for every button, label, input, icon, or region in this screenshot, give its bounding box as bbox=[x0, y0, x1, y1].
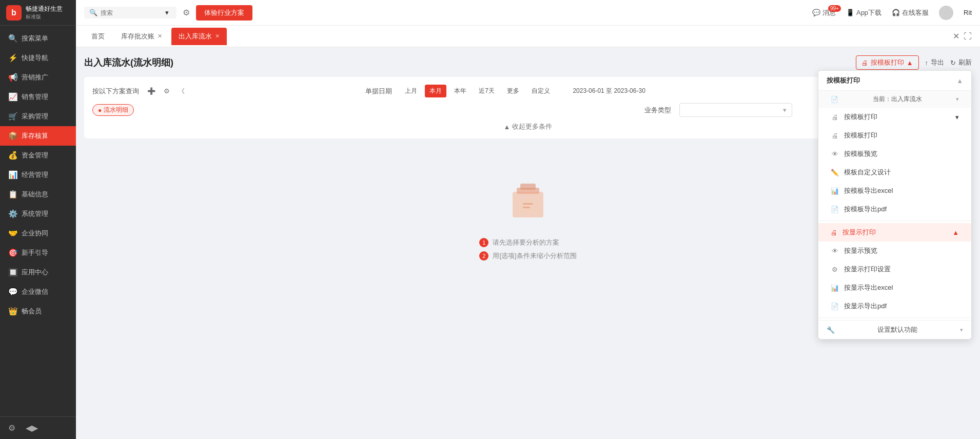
collapse-left-icon[interactable]: 《 bbox=[178, 87, 185, 96]
dropdown-template-item-1[interactable]: 👁按模板预览 bbox=[818, 145, 971, 163]
nav-icon-inventory: 📦 bbox=[8, 131, 17, 141]
sidebar-nav: 🔍搜索菜单⚡快捷导航📢营销推广📈销售管理🛒采购管理📦库存核算💰资金管理📊经营管理… bbox=[0, 26, 76, 416]
sidebar-item-finance[interactable]: 💰资金管理 bbox=[0, 146, 76, 165]
dropdown-display-item-1[interactable]: ⚙按显示打印设置 bbox=[818, 260, 971, 278]
online-service-btn[interactable]: 🎧 在线客服 bbox=[892, 8, 929, 17]
settings-filter-icon[interactable]: ⚙ bbox=[164, 87, 170, 95]
dropdown-display-item-3[interactable]: 📄按显示导出pdf bbox=[818, 297, 971, 315]
tab-close-flow[interactable]: ✕ bbox=[215, 33, 220, 39]
message-badge: 99+ bbox=[828, 5, 841, 12]
dropdown-display-item-2[interactable]: 📊按显示导出excel bbox=[818, 278, 971, 297]
business-type-dropdown-icon: ▾ bbox=[783, 106, 787, 114]
content-area: 出入库流水(流水明细) 🖨 按模板打印 ▲ ↑ 导出 ↻ 刷新 bbox=[76, 47, 980, 439]
dropdown-current-label: 📄 当前：出入库流水 ▾ bbox=[818, 91, 971, 108]
step1-num: 1 bbox=[479, 238, 488, 247]
app-logo-icon: b bbox=[6, 5, 22, 21]
template-item-icon-3: 📊 bbox=[831, 187, 839, 195]
date-label: 单据日期 bbox=[365, 87, 392, 96]
collapse-sidebar-icon[interactable]: ◀▶ bbox=[26, 423, 38, 433]
date-btn-0[interactable]: 上月 bbox=[400, 85, 422, 97]
settings-default-icon: 🔧 bbox=[827, 326, 835, 334]
dropdown-display-item-0[interactable]: 👁按显示预览 bbox=[818, 242, 971, 260]
date-btn-3[interactable]: 近7天 bbox=[474, 85, 499, 97]
date-range: 2023-06-01 至 2023-06-30 bbox=[573, 87, 645, 95]
sidebar-item-marketing[interactable]: 📢营销推广 bbox=[0, 68, 76, 87]
sidebar-item-members[interactable]: 👑畅会员 bbox=[0, 302, 76, 321]
display-print-section-icon: 🖨 bbox=[831, 229, 837, 236]
svg-rect-5 bbox=[523, 207, 530, 208]
sidebar-item-purchase[interactable]: 🛒采购管理 bbox=[0, 107, 76, 126]
dropdown-display-section-header: 🖨 按显示打印 ▲ bbox=[818, 223, 971, 242]
tab-flow[interactable]: 出入库流水✕ bbox=[171, 28, 227, 45]
sidebar-item-collab[interactable]: 🤝企业协同 bbox=[0, 224, 76, 243]
dropdown-template-item-3[interactable]: 📊按模板导出excel bbox=[818, 182, 971, 200]
step2-num: 2 bbox=[479, 251, 488, 261]
sidebar-item-basic[interactable]: 📋基础信息 bbox=[0, 185, 76, 204]
dropdown-footer-btn[interactable]: 🔧 设置默认功能 ▾ bbox=[818, 320, 971, 339]
export-btn[interactable]: ↑ 导出 bbox=[925, 58, 945, 67]
sidebar-item-system[interactable]: ⚙️系统管理 bbox=[0, 204, 76, 224]
nav-icon-purchase: 🛒 bbox=[8, 112, 17, 121]
refresh-btn[interactable]: ↻ 刷新 bbox=[950, 58, 972, 67]
industry-btn[interactable]: 体验行业方案 bbox=[196, 5, 252, 21]
topbar-gear-icon[interactable]: ⚙ bbox=[183, 8, 190, 17]
sidebar-item-sales[interactable]: 📈销售管理 bbox=[0, 87, 76, 107]
empty-illustration bbox=[502, 176, 554, 228]
nav-label-basic: 基础信息 bbox=[22, 190, 48, 199]
nav-label-guide: 新手引导 bbox=[22, 248, 48, 257]
expand-tab-icon[interactable]: ⛶ bbox=[964, 32, 972, 41]
nav-label-quick-nav: 快捷导航 bbox=[22, 53, 48, 63]
page-actions: 🖨 按模板打印 ▲ ↑ 导出 ↻ 刷新 bbox=[856, 55, 972, 70]
display-item-icon-2: 📊 bbox=[831, 284, 839, 292]
close-tab-icon[interactable]: ✕ bbox=[953, 31, 959, 41]
print-icon: 🖨 bbox=[861, 59, 868, 67]
template-item-label-4: 按模板导出pdf bbox=[844, 205, 887, 214]
settings-bottom-icon[interactable]: ⚙ bbox=[8, 423, 15, 433]
template-print-btn[interactable]: 🖨 按模板打印 ▲ bbox=[856, 55, 919, 70]
dropdown-close-icon[interactable]: ▲ bbox=[956, 77, 963, 85]
dropdown-template-item-4[interactable]: 📄按模板导出pdf bbox=[818, 200, 971, 218]
date-btn-5[interactable]: 自定义 bbox=[527, 85, 555, 97]
nav-icon-marketing: 📢 bbox=[8, 73, 17, 82]
step1-text: 请先选择要分析的方案 bbox=[493, 236, 559, 249]
display-print-section-label: 按显示打印 bbox=[842, 228, 876, 237]
page-header: 出入库流水(流水明细) 🖨 按模板打印 ▲ ↑ 导出 ↻ 刷新 bbox=[84, 55, 972, 70]
tab-close-batch-account[interactable]: ✕ bbox=[158, 33, 162, 39]
message-btn[interactable]: 💬 消息 99+ bbox=[812, 8, 836, 17]
dropdown-title: 按模板打印 bbox=[827, 76, 860, 85]
sidebar-item-guide[interactable]: 🎯新手引导 bbox=[0, 243, 76, 263]
search-input[interactable] bbox=[101, 9, 162, 16]
display-item-label-1: 按显示打印设置 bbox=[844, 265, 891, 274]
business-type-select[interactable]: ▾ bbox=[679, 103, 792, 117]
nav-label-collab: 企业协同 bbox=[22, 229, 48, 238]
nav-icon-members: 👑 bbox=[8, 307, 17, 316]
nav-label-sales: 销售管理 bbox=[22, 92, 48, 102]
nav-icon-search: 🔍 bbox=[8, 34, 17, 43]
nav-icon-sales: 📈 bbox=[8, 92, 17, 102]
sidebar-item-search[interactable]: 🔍搜索菜单 bbox=[0, 29, 76, 48]
topbar-search-box[interactable]: 🔍 ▾ bbox=[84, 7, 177, 18]
template-section-arrow: ▾ bbox=[955, 113, 959, 121]
sidebar-item-wechat[interactable]: 💬企业微信 bbox=[0, 282, 76, 302]
nav-icon-collab: 🤝 bbox=[8, 229, 17, 238]
dropdown-template-item-2[interactable]: ✏️模板自定义设计 bbox=[818, 163, 971, 182]
dropdown-template-item-0[interactable]: 🖨按模板打印 bbox=[818, 126, 971, 145]
user-avatar[interactable] bbox=[939, 6, 953, 20]
app-download-btn[interactable]: 📱 App下载 bbox=[846, 8, 881, 17]
sidebar-item-inventory[interactable]: 📦库存核算 bbox=[0, 126, 76, 146]
tab-home[interactable]: 首页 bbox=[84, 28, 112, 45]
date-btn-1[interactable]: 本月 bbox=[425, 85, 446, 97]
sidebar-item-apps[interactable]: 🔲应用中心 bbox=[0, 263, 76, 282]
display-item-label-2: 按显示导出excel bbox=[844, 283, 893, 292]
sidebar-item-operations[interactable]: 📊经营管理 bbox=[0, 165, 76, 185]
add-filter-icon[interactable]: ➕ bbox=[147, 87, 155, 95]
user-name: Rit bbox=[964, 9, 972, 16]
tabs-bar: 首页库存批次账✕出入库流水✕✕⛶ bbox=[76, 26, 980, 47]
sidebar-item-quick-nav[interactable]: ⚡快捷导航 bbox=[0, 48, 76, 68]
nav-icon-finance: 💰 bbox=[8, 151, 17, 160]
date-btn-4[interactable]: 更多 bbox=[502, 85, 524, 97]
nav-label-finance: 资金管理 bbox=[22, 151, 48, 160]
date-btn-2[interactable]: 本年 bbox=[449, 85, 471, 97]
display-item-label-3: 按显示导出pdf bbox=[844, 302, 887, 311]
tab-batch-account[interactable]: 库存批次账✕ bbox=[114, 28, 169, 45]
